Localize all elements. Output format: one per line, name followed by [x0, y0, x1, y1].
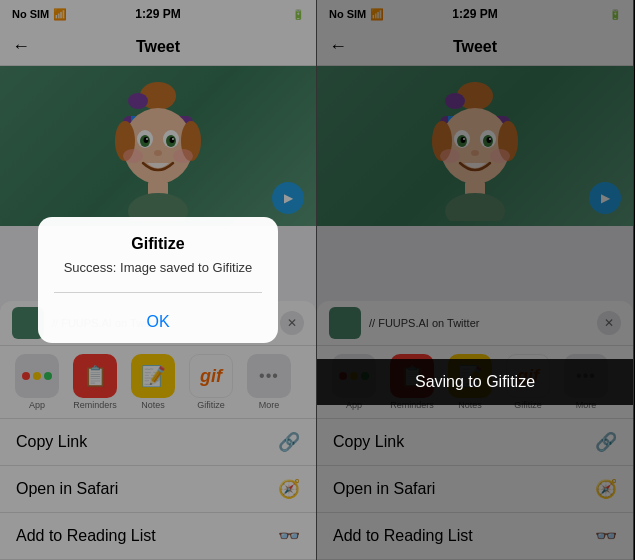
alert-ok-button-left[interactable]: OK: [38, 301, 278, 343]
alert-content-left: Gifitize Success: Image saved to Gifitiz…: [38, 217, 278, 300]
alert-box-left: Gifitize Success: Image saved to Gifitiz…: [38, 217, 278, 342]
left-panel: No SIM 📶 1:29 PM 🔋 ← Tweet: [0, 0, 317, 560]
alert-divider-left: [54, 292, 262, 293]
alert-message-left: Success: Image saved to Gifitize: [54, 259, 262, 277]
toast-overlay-right: [317, 0, 633, 560]
alert-overlay-left: Gifitize Success: Image saved to Gifitiz…: [0, 0, 316, 560]
toast-banner-right: Saving to Gifitize: [317, 359, 633, 405]
toast-message-right: Saving to Gifitize: [415, 373, 535, 390]
right-panel: No SIM 📶 1:29 PM 🔋 ← Tweet: [317, 0, 634, 560]
alert-title-left: Gifitize: [54, 235, 262, 253]
